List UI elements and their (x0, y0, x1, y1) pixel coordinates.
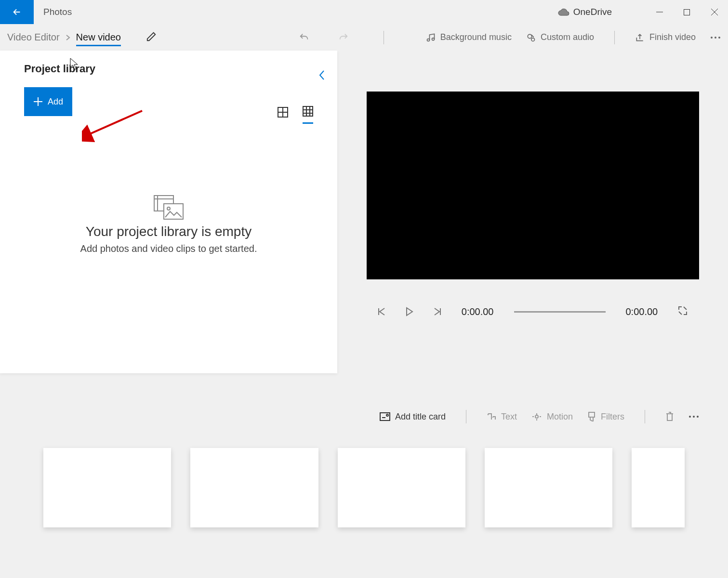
divider (614, 31, 615, 44)
svg-point-29 (535, 415, 538, 418)
motion-icon (531, 412, 542, 421)
undo-button[interactable] (299, 32, 309, 43)
filters-button[interactable]: Filters (587, 412, 624, 422)
svg-point-9 (715, 37, 716, 39)
maximize-icon (684, 9, 690, 15)
add-title-card-button[interactable]: Add title card (380, 412, 446, 422)
filters-icon (587, 412, 596, 421)
storyboard-slot[interactable] (485, 448, 612, 527)
divider (645, 410, 645, 423)
storyboard-toolbar: Add title card Text Motion Filters (0, 402, 728, 431)
svg-point-31 (689, 416, 691, 418)
svg-rect-30 (589, 412, 595, 417)
svg-point-8 (711, 37, 713, 39)
main: Project library Add Your project library… (0, 51, 728, 397)
title-card-icon (380, 412, 390, 421)
collapse-panel-button[interactable] (318, 70, 325, 82)
plus-icon (33, 97, 43, 106)
motion-button[interactable]: Motion (531, 412, 573, 422)
svg-point-32 (693, 416, 695, 418)
text-button[interactable]: Text (487, 412, 517, 422)
svg-rect-1 (684, 9, 690, 15)
divider (466, 410, 466, 423)
divider (384, 31, 384, 44)
preview-panel: 0:00.00 0:00.00 (337, 51, 728, 397)
empty-subtitle: Add photos and video clips to get starte… (24, 243, 313, 254)
onedrive-label: OneDrive (573, 7, 612, 17)
undo-icon (299, 32, 309, 43)
background-music-button[interactable]: Background music (426, 32, 512, 42)
text-label: Text (501, 412, 517, 422)
add-label: Add (48, 97, 63, 107)
breadcrumb-parent[interactable]: Video Editor (7, 32, 60, 43)
add-button[interactable]: Add (24, 87, 72, 116)
cloud-icon (558, 6, 569, 18)
ellipsis-icon (688, 415, 699, 418)
custom-audio-button[interactable]: Custom audio (526, 32, 594, 42)
minimize-button[interactable] (646, 0, 673, 24)
svg-point-4 (427, 39, 429, 41)
storyboard-more-button[interactable] (688, 415, 699, 418)
breadcrumb: Video Editor New video (7, 31, 157, 44)
trash-icon (665, 411, 674, 422)
title-card-label: Add title card (395, 412, 446, 422)
next-frame-button[interactable] (434, 307, 441, 316)
svg-point-10 (718, 37, 720, 39)
svg-rect-26 (380, 413, 390, 420)
empty-library-icon (152, 193, 185, 222)
svg-point-33 (697, 416, 699, 418)
redo-button[interactable] (338, 32, 349, 43)
empty-title: Your project library is empty (24, 224, 313, 239)
play-button[interactable] (406, 307, 413, 316)
redo-icon (338, 32, 349, 43)
empty-state: Your project library is empty Add photos… (24, 193, 313, 254)
grid-small-icon (303, 106, 313, 117)
edit-title-button[interactable] (146, 31, 157, 44)
step-forward-icon (434, 307, 441, 316)
svg-point-5 (432, 38, 434, 40)
current-time: 0:00.00 (462, 306, 494, 317)
minimize-icon (656, 9, 663, 15)
library-title: Project library (24, 63, 313, 75)
pencil-icon (146, 31, 157, 42)
total-time: 0:00.00 (626, 306, 658, 317)
music-icon (426, 33, 436, 42)
filters-label: Filters (601, 412, 624, 422)
maximize-button[interactable] (673, 0, 701, 24)
view-large-button[interactable] (278, 107, 288, 123)
delete-button[interactable] (665, 411, 674, 422)
svg-rect-24 (164, 204, 183, 219)
finish-video-button[interactable]: Finish video (635, 32, 696, 42)
export-icon (635, 33, 645, 42)
prev-frame-button[interactable] (378, 307, 385, 316)
toolbar: Video Editor New video Background music … (0, 24, 728, 51)
library-panel: Project library Add Your project library… (0, 51, 337, 373)
chevron-left-icon (318, 70, 325, 80)
close-button[interactable] (701, 0, 728, 24)
titlebar: Photos OneDrive (0, 0, 728, 24)
fullscreen-button[interactable] (678, 306, 688, 317)
chevron-right-icon (66, 34, 70, 41)
bg-music-label: Background music (440, 32, 512, 42)
storyboard-slot[interactable] (43, 448, 171, 527)
back-button[interactable] (0, 0, 34, 24)
storyboard-slot[interactable] (632, 448, 685, 527)
onedrive-button[interactable]: OneDrive (558, 6, 612, 18)
storyboard-slot[interactable] (190, 448, 318, 527)
storyboard (0, 431, 728, 544)
more-button[interactable] (710, 36, 721, 39)
arrow-left-icon (12, 7, 22, 17)
svg-point-6 (528, 34, 531, 38)
view-small-button[interactable] (303, 106, 313, 124)
storyboard-slot[interactable] (338, 448, 465, 527)
seek-track[interactable] (514, 311, 606, 313)
grid-large-icon (278, 107, 288, 118)
play-icon (406, 307, 413, 316)
video-preview[interactable] (367, 92, 699, 279)
step-back-icon (378, 307, 385, 316)
fullscreen-icon (678, 306, 688, 315)
app-title: Photos (43, 7, 72, 17)
finish-label: Finish video (649, 32, 696, 42)
motion-label: Motion (547, 412, 573, 422)
breadcrumb-current[interactable]: New video (76, 32, 121, 46)
